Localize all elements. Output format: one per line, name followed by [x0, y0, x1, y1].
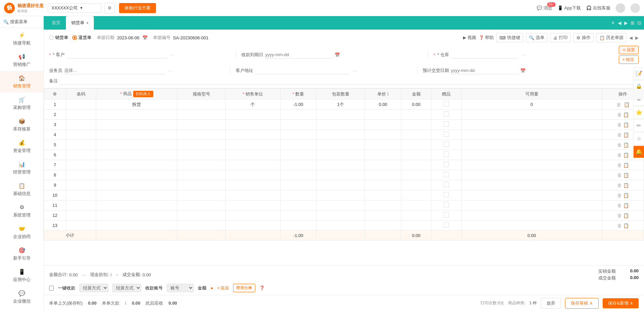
- customer-input[interactable]: [67, 51, 167, 59]
- settlement-method-select[interactable]: 结算方式: [112, 284, 141, 292]
- gift-checkbox[interactable]: [444, 111, 449, 117]
- gift-checkbox-1[interactable]: [444, 101, 449, 107]
- warehouse-dots[interactable]: ···: [522, 52, 525, 57]
- prev-record-icon[interactable]: ◀: [629, 35, 633, 40]
- row-unit-price-1[interactable]: 0.00: [365, 100, 401, 110]
- delivery-calendar-icon[interactable]: 📅: [520, 68, 526, 73]
- radio-return[interactable]: 退货单: [72, 35, 91, 41]
- abandon-button[interactable]: 放弃: [541, 298, 561, 309]
- save-new-button[interactable]: 保存&新增 ∧: [603, 298, 639, 308]
- operations-btn[interactable]: ⚙ 操作: [573, 33, 594, 42]
- copy-row-btn[interactable]: 📋: [623, 213, 629, 218]
- gift-checkbox[interactable]: [444, 162, 449, 167]
- scan-button[interactable]: 扫码录入: [133, 91, 153, 97]
- customer-dots[interactable]: ···: [171, 52, 175, 57]
- prev-tab-icon[interactable]: ◀: [618, 20, 621, 26]
- company-selector[interactable]: XXXXXX公司 ▼: [48, 3, 102, 13]
- customer-address-input[interactable]: [255, 67, 349, 74]
- radio-sales[interactable]: 销货单: [49, 35, 68, 41]
- th-settings[interactable]: ⚙: [44, 89, 66, 100]
- quick-pay-checkbox[interactable]: [49, 286, 54, 290]
- float-edit-btn[interactable]: ✏: [633, 119, 644, 132]
- row-gift-1[interactable]: [431, 100, 462, 110]
- row-quantity-1[interactable]: -1.00: [280, 100, 316, 110]
- delete-row-btn[interactable]: 🗑: [617, 122, 622, 127]
- sidebar-item-inventory[interactable]: 📦 库存核算: [0, 114, 43, 135]
- next-tab-icon[interactable]: ▶: [624, 20, 628, 26]
- gift-checkbox[interactable]: [444, 172, 449, 177]
- account-select[interactable]: 账号: [167, 284, 194, 292]
- address-dots[interactable]: ···: [353, 68, 356, 73]
- close-all-icon[interactable]: ✕: [611, 20, 615, 26]
- copy-row-btn[interactable]: 📋: [623, 122, 629, 127]
- user-avatar[interactable]: [616, 3, 625, 13]
- sidebar-item-app-center[interactable]: 📱 应用中心: [0, 265, 43, 286]
- copy-row-btn[interactable]: 📋: [623, 132, 629, 138]
- copy-row-btn[interactable]: 📋: [623, 203, 629, 208]
- delete-row-btn[interactable]: 🗑: [617, 193, 622, 198]
- print-btn[interactable]: 🖨 打印: [550, 33, 571, 42]
- shortcut-btn[interactable]: ⌨ 快捷键: [496, 33, 523, 42]
- save-draft-button[interactable]: 保存草稿 ∧: [565, 298, 599, 309]
- salesperson-input[interactable]: [64, 67, 165, 74]
- tab-sales-order[interactable]: 销货单 ×: [66, 16, 94, 30]
- delete-row-btn[interactable]: 🗑: [617, 203, 622, 208]
- delete-row-btn[interactable]: 🗑: [617, 213, 622, 218]
- sidebar-item-basics[interactable]: 📋 基础信息: [0, 179, 43, 200]
- tab-close-icon[interactable]: ×: [86, 21, 88, 25]
- sidebar-item-member[interactable]: 👑 畅会员: [0, 308, 43, 311]
- copy-row-btn[interactable]: 📋: [623, 183, 629, 188]
- delete-row-btn[interactable]: 🗑: [617, 152, 622, 158]
- settlement-select[interactable]: 结算方式: [79, 284, 108, 292]
- sidebar-item-purchase[interactable]: 🛒 采购管理: [0, 92, 43, 114]
- logistics-action-btn[interactable]: + 物流: [619, 55, 639, 64]
- due-date-calendar-icon[interactable]: 📅: [335, 52, 340, 57]
- gift-checkbox[interactable]: [444, 182, 449, 187]
- copy-row-btn[interactable]: 📋: [623, 223, 629, 228]
- sidebar-item-wechat[interactable]: 💬 企业微信: [0, 286, 43, 308]
- delete-row-btn[interactable]: 🗑: [617, 162, 622, 168]
- sidebar-item-operations[interactable]: 📊 经营管理: [0, 157, 43, 179]
- copy-row-btn[interactable]: 📋: [623, 172, 629, 178]
- online-service-button[interactable]: 🎧 在线客服: [586, 5, 610, 11]
- delete-row-btn[interactable]: 🗑: [617, 172, 622, 178]
- help-btn[interactable]: ❓ 帮助: [479, 35, 494, 41]
- grid-tab-icon[interactable]: ⊟: [637, 20, 641, 26]
- delivery-date-input[interactable]: [451, 67, 518, 74]
- history-btn[interactable]: 📋 历史单据: [596, 33, 627, 42]
- sidebar-item-quick-nav[interactable]: ⚡ 快捷导航: [0, 28, 43, 49]
- gift-checkbox[interactable]: [444, 212, 449, 218]
- row-barcode-1[interactable]: [66, 100, 96, 110]
- settings-action-btn[interactable]: ⊙ 设置: [619, 46, 639, 54]
- gift-checkbox[interactable]: [444, 222, 449, 228]
- sidebar-item-cooperation[interactable]: 🤝 企业协同: [0, 222, 43, 243]
- copy-row-1-btn[interactable]: 📋: [624, 102, 630, 107]
- copy-row-btn[interactable]: 📋: [623, 112, 629, 117]
- due-date-input[interactable]: [265, 51, 333, 59]
- fee-split-btn[interactable]: 费用分摊: [233, 284, 255, 292]
- copy-row-btn[interactable]: 📋: [623, 142, 629, 148]
- float-orange-btn[interactable]: 🔔: [633, 146, 644, 158]
- delete-row-1-btn[interactable]: 🗑: [616, 102, 621, 107]
- sidebar-item-guide[interactable]: 🎯 新手引导: [0, 243, 43, 265]
- gift-checkbox[interactable]: [444, 131, 449, 137]
- sidebar-item-marketing[interactable]: 📢 营销推广: [0, 49, 43, 71]
- gift-checkbox[interactable]: [444, 142, 449, 147]
- float-bookmark-btn[interactable]: ☆: [633, 132, 644, 145]
- message-button[interactable]: 💬 消息 99+: [537, 5, 552, 11]
- delete-row-btn[interactable]: 🗑: [617, 132, 622, 138]
- notes-input[interactable]: [60, 77, 639, 85]
- float-note-btn[interactable]: 📝: [633, 67, 644, 80]
- salesperson-dots[interactable]: ···: [168, 68, 172, 73]
- sidebar-item-sales[interactable]: 🏠 销售管理: [0, 71, 43, 92]
- warehouse-input[interactable]: 建材仓: [451, 51, 518, 59]
- delete-row-btn[interactable]: 🗑: [617, 142, 622, 148]
- delete-row-btn[interactable]: 🗑: [617, 223, 622, 228]
- video-btn[interactable]: ▶ 视频: [463, 35, 476, 41]
- sidebar-item-finance[interactable]: 💰 资金管理: [0, 135, 43, 157]
- calendar-icon[interactable]: 📅: [142, 35, 148, 40]
- sidebar-search[interactable]: 🔍 搜索菜单: [0, 16, 43, 28]
- gift-checkbox[interactable]: [444, 202, 449, 207]
- filter-btn[interactable]: 🔍 选单: [526, 33, 547, 42]
- column-settings-icon[interactable]: ⚙: [53, 91, 57, 96]
